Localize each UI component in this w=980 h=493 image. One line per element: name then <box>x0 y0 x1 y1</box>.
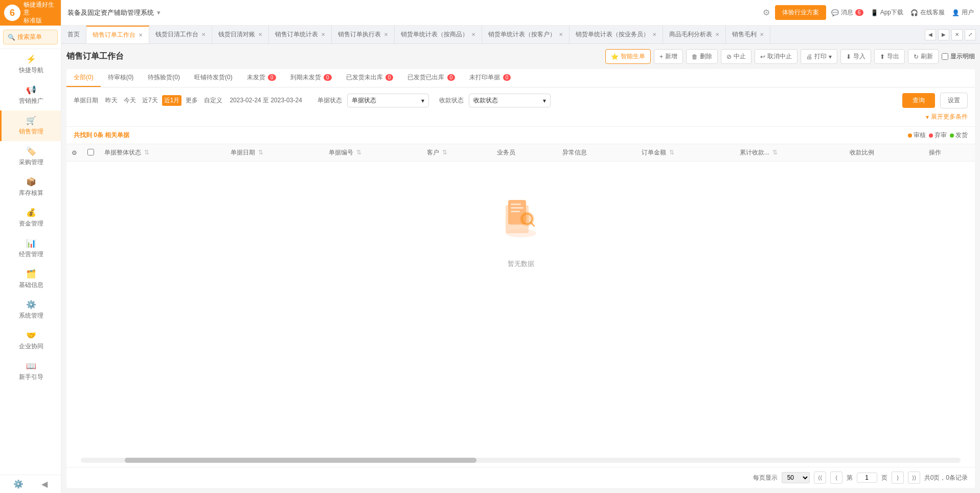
table-scroll-area[interactable]: ⚙ 单据整体状态 ⇅ 单据日期 ⇅ <box>66 144 975 454</box>
filter-tab-all[interactable]: 全部(0) <box>66 69 101 87</box>
date-opt-custom[interactable]: 自定义 <box>202 95 224 106</box>
col-total-payment[interactable]: 累计收款... ⇅ <box>735 144 845 162</box>
filter-tab-wangpu-ship[interactable]: 旺铺待发货(0) <box>187 69 240 87</box>
tab-close-icon[interactable]: ✕ <box>384 32 388 37</box>
sidebar-item-sales[interactable]: 🛒 销售管理 <box>0 110 61 141</box>
date-opt-1month[interactable]: 近1月 <box>162 95 182 106</box>
prev-page-button[interactable]: ⟨ <box>830 472 842 484</box>
sidebar-item-base-info[interactable]: 🗂️ 基础信息 <box>0 264 61 295</box>
tab-close-icon[interactable]: ✕ <box>760 32 764 37</box>
col-customer[interactable]: 客户 ⇅ <box>422 144 492 162</box>
set-button[interactable]: 设置 <box>940 93 968 108</box>
tab-sales-order-exec[interactable]: 销售订单执行表 ✕ <box>332 26 395 44</box>
sidebar-item-system[interactable]: ⚙️ 系统管理 <box>0 295 61 325</box>
tab-next-button[interactable]: ▶ <box>938 29 949 40</box>
sidebar-item-operations[interactable]: 📊 经营管理 <box>0 233 61 264</box>
refresh-button[interactable]: ↻ 刷新 <box>908 49 939 64</box>
app-download-button[interactable]: 📱 App下载 <box>871 8 903 17</box>
tab-close-icon[interactable]: ✕ <box>321 32 325 37</box>
payment-select[interactable]: 收款状态 ▾ <box>469 94 551 107</box>
tab-close-icon[interactable]: ✕ <box>715 32 719 37</box>
ship-action-button[interactable]: 发货 <box>950 131 968 140</box>
tab-bar: 首页 销售订单工作台 ✕ 钱货日清工作台 ✕ 钱货日清对账 ✕ 销售订单统计表 … <box>61 26 980 44</box>
col-date[interactable]: 单据日期 ⇅ <box>225 144 324 162</box>
tab-prev-button[interactable]: ◀ <box>925 29 936 40</box>
first-page-button[interactable]: ⟨⟨ <box>814 472 826 484</box>
audit-action-button[interactable]: 审核 <box>908 131 926 140</box>
expand-filter-button[interactable]: ▾ 展开更多条件 <box>926 113 968 121</box>
sidebar-item-finance[interactable]: 💰 资金管理 <box>0 203 61 233</box>
sidebar-item-marketing[interactable]: 📢 营销推广 <box>0 80 61 110</box>
col-overall-status[interactable]: 单据整体状态 ⇅ <box>99 144 225 162</box>
filter-tab-pending-review[interactable]: 待审核(0) <box>101 69 141 87</box>
settings-icon[interactable]: ⚙️ <box>13 479 24 489</box>
status-select[interactable]: 单据状态 ▾ <box>347 94 429 107</box>
tab-daily-clear-reconcile[interactable]: 钱货日清对账 ✕ <box>212 26 269 44</box>
date-opt-today[interactable]: 今天 <box>122 95 138 106</box>
tab-sales-stats-product[interactable]: 销货单统计表（按商品） ✕ <box>395 26 482 44</box>
export-button[interactable]: ⬆ 导出 <box>874 49 905 64</box>
tab-home[interactable]: 首页 <box>61 26 86 44</box>
cancel-stop-button[interactable]: ↩ 取消中止 <box>755 49 797 64</box>
query-button[interactable]: 查询 <box>902 93 935 108</box>
online-service-button[interactable]: 🎧 在线客服 <box>910 8 945 17</box>
filter-tab-unprinted[interactable]: 未打印单据 0 <box>462 69 518 87</box>
tab-sales-order-stats[interactable]: 销售订单统计表 ✕ <box>269 26 332 44</box>
show-detail-checkbox[interactable] <box>942 53 948 60</box>
col-order-amount[interactable]: 订单金额 ⇅ <box>636 144 735 162</box>
filter-tab-unshipped[interactable]: 未发货 0 <box>240 69 283 87</box>
smart-create-button[interactable]: ⭐ 智能生单 <box>605 49 651 64</box>
filter-tab-overdue-unshipped[interactable]: 到期未发货 0 <box>283 69 339 87</box>
tab-close-icon[interactable]: ✕ <box>471 32 475 37</box>
date-opt-yesterday[interactable]: 昨天 <box>103 95 120 106</box>
date-opt-more[interactable]: 更多 <box>184 95 200 106</box>
col-number[interactable]: 单据编号 ⇅ <box>324 144 422 162</box>
print-button[interactable]: 🖨 打印 ▾ <box>801 49 837 64</box>
dropdown-arrow-icon[interactable]: ▾ <box>157 9 161 16</box>
filter-tab-pending-inspect[interactable]: 待拣验货(0) <box>141 69 187 87</box>
tab-close-icon[interactable]: ✕ <box>559 32 563 37</box>
promo-button[interactable]: 体验行业方案 <box>775 5 826 20</box>
tab-close-icon[interactable]: ✕ <box>258 32 262 37</box>
tab-maximize-button[interactable]: ⤢ <box>965 29 976 40</box>
date-opt-7days[interactable]: 近7天 <box>140 95 160 106</box>
tab-sales-order-workbench[interactable]: 销售订单工作台 ✕ <box>86 26 149 44</box>
import-button[interactable]: ⬇ 导入 <box>840 49 871 64</box>
tab-gross-profit-analysis[interactable]: 商品毛利分析表 ✕ <box>663 26 726 44</box>
tab-sales-stats-salesperson[interactable]: 销货单统计表（按业务员） ✕ <box>569 26 663 44</box>
stop-button[interactable]: ⊘ 中止 <box>721 49 751 64</box>
sidebar-item-guide[interactable]: 📖 新手引导 <box>0 356 61 387</box>
delete-button[interactable]: 🗑 删除 <box>686 49 718 64</box>
tab-close-all-button[interactable]: ✕ <box>951 29 963 40</box>
print-dropdown-icon: ▾ <box>829 53 832 60</box>
sort-icon: ⇅ <box>772 149 778 156</box>
user-menu-button[interactable]: 👤 用户 <box>952 8 974 17</box>
collapse-icon[interactable]: ◀ <box>41 479 48 489</box>
sidebar-item-inventory[interactable]: 📦 库存核算 <box>0 172 61 203</box>
page-input[interactable] <box>857 473 877 483</box>
tab-sales-stats-customer[interactable]: 销货单统计表（按客户） ✕ <box>482 26 569 44</box>
tab-close-icon[interactable]: ✕ <box>139 32 143 38</box>
tab-sales-gross-profit[interactable]: 销售毛利 ✕ <box>726 26 770 44</box>
sidebar-item-purchase[interactable]: 🏷️ 采购管理 <box>0 141 61 172</box>
per-page-select[interactable]: 50 100 200 <box>782 472 810 483</box>
next-page-button[interactable]: ⟩ <box>892 472 904 484</box>
last-page-button[interactable]: ⟩⟩ <box>908 472 920 484</box>
sidebar-item-enterprise[interactable]: 🤝 企业协同 <box>0 325 61 356</box>
tab-close-icon[interactable]: ✕ <box>652 32 656 37</box>
add-button[interactable]: + 新增 <box>654 49 683 64</box>
cancel-audit-action-button[interactable]: 弃审 <box>929 131 947 140</box>
horizontal-scrollbar[interactable] <box>81 458 961 463</box>
messages-button[interactable]: 💬 消息 6 <box>831 8 863 17</box>
tab-daily-clear-workbench[interactable]: 钱货日清工作台 ✕ <box>149 26 212 44</box>
topbar-settings-icon[interactable]: ⚙ <box>763 8 770 17</box>
table-settings-col[interactable]: ⚙ <box>66 144 82 162</box>
filter-tab-shipped-out[interactable]: 已发货已出库 0 <box>400 69 462 87</box>
show-detail-checkbox-label[interactable]: 显示明细 <box>942 52 975 61</box>
select-all-checkbox[interactable] <box>87 149 94 155</box>
tab-close-icon[interactable]: ✕ <box>201 32 206 37</box>
filter-tab-shipped-not-out[interactable]: 已发货未出库 0 <box>339 69 401 87</box>
search-menu-button[interactable]: 🔍 搜索菜单 <box>3 30 58 44</box>
horizontal-scrollbar-thumb[interactable] <box>125 458 476 463</box>
sidebar-item-quick-nav[interactable]: ⚡ 快捷导航 <box>0 49 61 80</box>
